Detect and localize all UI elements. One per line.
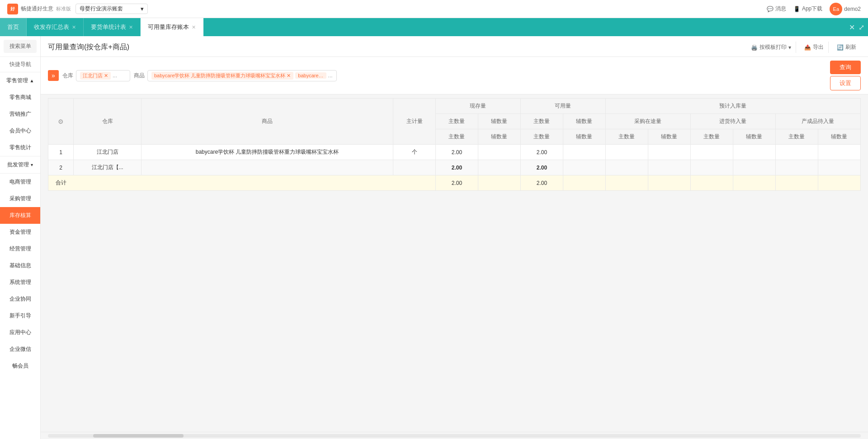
search-menu-btn[interactable]: 搜索菜单 — [4, 40, 37, 53]
warehouse-filter-input[interactable]: 江北门店 ✕ ... — [76, 70, 130, 81]
message-btn[interactable]: 💬 消息 — [767, 5, 786, 13]
tab-receive-pay-label: 收发存汇总表 — [34, 23, 69, 31]
row1-pur-main — [605, 145, 648, 160]
warehouse-tag-text: 江北门店 — [83, 72, 103, 79]
col-settings[interactable]: ⚙ — [48, 99, 74, 145]
sidebar-item-ecommerce[interactable]: 电商管理 — [0, 174, 40, 190]
row2-pur-main — [605, 160, 648, 175]
row1-product: babycare学饮杯 儿童防摔防撞吸管杯重力球吸嘴杯宝宝水杯 — [142, 145, 393, 160]
sidebar-item-app-center[interactable]: 应用中心 — [0, 324, 40, 341]
close-available-inventory-icon[interactable]: ✕ — [192, 24, 196, 30]
sidebar-item-vip[interactable]: 畅会员 — [0, 358, 40, 374]
row1-no: 1 — [48, 145, 74, 160]
table-container: ⚙ 仓库 商品 主计量 现存量 可用量 预计入库量 主数量 辅数量 主数量 辅数… — [41, 94, 868, 432]
top-bar-right: 💬 消息 📱 App下载 Ea demo2 — [767, 3, 861, 15]
sidebar-item-membership[interactable]: 会员中心 — [0, 123, 40, 139]
sidebar-item-marketing[interactable]: 营销推广 — [0, 106, 40, 123]
col-av-aux-header: 辅数量 — [563, 129, 605, 145]
scrollbar-track[interactable] — [48, 434, 861, 438]
sidebar-item-basic-info[interactable]: 基础信息 — [0, 257, 40, 274]
filter-expand-btn[interactable]: » — [48, 70, 59, 81]
settings-icon[interactable]: ⚙ — [58, 118, 64, 125]
row2-inc-main — [690, 160, 733, 175]
export-btn[interactable]: 📤 导出 — [800, 42, 829, 53]
summary-pur-aux — [648, 175, 690, 191]
sidebar-item-system-mgmt[interactable]: 系统管理 — [0, 274, 40, 291]
product-filter-label: 商品 — [134, 72, 145, 80]
summary-inc-aux — [733, 175, 775, 191]
row1-inc-main — [690, 145, 733, 160]
sidebar-item-inventory-check[interactable]: 库存核算 — [0, 207, 40, 224]
page-header: 可用量查询(按仓库+商品) 🖨️ 按模板打印 ▾ 📤 导出 🔄 刷新 — [41, 36, 868, 57]
sidebar-item-system-mgmt-label: 系统管理 — [9, 279, 31, 286]
col-current-stock-header: 现存量 — [436, 99, 521, 114]
row1-prod-main — [775, 145, 818, 160]
sidebar-item-retail-stats[interactable]: 零售统计 — [0, 139, 40, 156]
sidebar-item-retail-mall[interactable]: 零售商城 — [0, 89, 40, 106]
tab-order-stats[interactable]: 要货单统计表 ✕ — [84, 18, 141, 36]
sidebar-item-quick-nav[interactable]: 快捷导航 — [0, 57, 40, 72]
col-current-main-qty-header: 主数量 — [436, 114, 478, 129]
sidebar-item-new-guide[interactable]: 新手引导 — [0, 307, 40, 324]
row2-pur-aux — [648, 160, 690, 175]
sidebar-item-retail-mgmt[interactable]: 零售管理 ▲ — [0, 72, 40, 89]
user-area[interactable]: Ea demo2 — [830, 3, 861, 15]
account-selector[interactable]: 母婴行业演示账套 ▾ — [75, 4, 148, 14]
remove-warehouse-tag-icon[interactable]: ✕ — [104, 73, 108, 79]
sidebar-group-retail: 零售管理 ▲ 零售商城 营销推广 会员中心 零售统计 — [0, 72, 40, 156]
setting-btn[interactable]: 设置 — [830, 76, 861, 90]
sidebar-item-enterprise-wechat[interactable]: 企业微信 — [0, 341, 40, 358]
expand-icon[interactable]: ⤢ — [859, 23, 864, 32]
tab-home[interactable]: 首页 — [0, 18, 27, 36]
warehouse-tag: 江北门店 ✕ — [80, 72, 111, 80]
sidebar-item-ecommerce-label: 电商管理 — [9, 178, 31, 186]
close-order-stats-icon[interactable]: ✕ — [129, 24, 133, 30]
sidebar-item-purchase-mgmt[interactable]: 采购管理 — [0, 190, 40, 207]
refresh-label: 刷新 — [845, 43, 856, 51]
row2-product — [142, 160, 393, 175]
print-template-label: 按模板打印 — [760, 43, 787, 51]
sidebar-item-retail-mgmt-label: 零售管理 — [6, 77, 28, 85]
remove-product-tag-icon[interactable]: ✕ — [287, 73, 291, 79]
scrollbar-thumb[interactable] — [93, 434, 184, 438]
tab-home-label: 首页 — [7, 23, 19, 31]
sidebar-item-operations[interactable]: 经营管理 — [0, 241, 40, 257]
warehouse-more-icon[interactable]: ... — [113, 72, 117, 79]
sidebar-item-enterprise-collab[interactable]: 企业协同 — [0, 291, 40, 307]
product-tag-text: babycare学饮杯 儿童防摔防撞吸管杯重力球吸嘴杯宝宝水杯 — [154, 72, 285, 79]
col-production-header: 产成品待入量 — [775, 114, 860, 129]
col-product-header: 商品 — [142, 99, 393, 145]
close-receive-pay-icon[interactable]: ✕ — [72, 24, 76, 30]
row2-inc-aux — [733, 160, 775, 175]
tab-available-inventory[interactable]: 可用量库存账本 ✕ — [141, 18, 203, 36]
row1-current-aux — [478, 145, 520, 160]
chevron-up-icon: ▲ — [30, 78, 34, 83]
inventory-table: ⚙ 仓库 商品 主计量 现存量 可用量 预计入库量 主数量 辅数量 主数量 辅数… — [48, 98, 861, 191]
app-download-btn[interactable]: 📱 App下载 — [793, 5, 822, 13]
row2-prod-aux — [818, 160, 860, 175]
export-label: 导出 — [813, 43, 824, 51]
summary-label: 合计 — [48, 175, 436, 191]
row2-prod-main — [775, 160, 818, 175]
app-label: App下载 — [802, 5, 822, 13]
sidebar-item-wholesale-mgmt[interactable]: 批发管理 ▾ — [0, 156, 40, 173]
tab-receive-pay[interactable]: 收发存汇总表 ✕ — [27, 18, 84, 36]
product-filter-group: 商品 babycare学饮杯 儿童防摔防撞吸管杯重力球吸嘴杯宝宝水杯 ✕ bab… — [134, 70, 337, 81]
col-prod-aux-header: 辅数量 — [818, 129, 860, 145]
refresh-btn[interactable]: 🔄 刷新 — [832, 42, 861, 53]
main-layout: 搜索菜单 快捷导航 零售管理 ▲ 零售商城 营销推广 会员中心 零售统计 批发管… — [0, 36, 868, 439]
summary-current-main: 2.00 — [436, 175, 478, 191]
product-filter-input[interactable]: babycare学饮杯 儿童防摔防撞吸管杯重力球吸嘴杯宝宝水杯 ✕ babyca… — [147, 70, 337, 81]
sidebar-item-inventory-check-label: 库存核算 — [9, 212, 31, 219]
print-template-btn[interactable]: 🖨️ 按模板打印 ▾ — [746, 42, 796, 53]
filter-bar: » 仓库 江北门店 ✕ ... 商品 babycare学饮杯 儿童防摔防撞吸管杯… — [41, 57, 868, 94]
account-name: 母婴行业演示账套 — [80, 5, 139, 13]
sidebar-item-finance[interactable]: 资金管理 — [0, 224, 40, 241]
query-btn[interactable]: 查询 — [830, 61, 861, 74]
close-all-tabs-icon[interactable]: ✕ — [849, 23, 855, 32]
username: demo2 — [844, 6, 861, 12]
col-current-aux-qty-header: 辅数量 — [478, 114, 520, 129]
page-actions: 🖨️ 按模板打印 ▾ 📤 导出 🔄 刷新 — [746, 42, 861, 53]
product-more-text: babycare… — [298, 73, 323, 78]
product-more-icon[interactable]: ... — [328, 72, 333, 79]
